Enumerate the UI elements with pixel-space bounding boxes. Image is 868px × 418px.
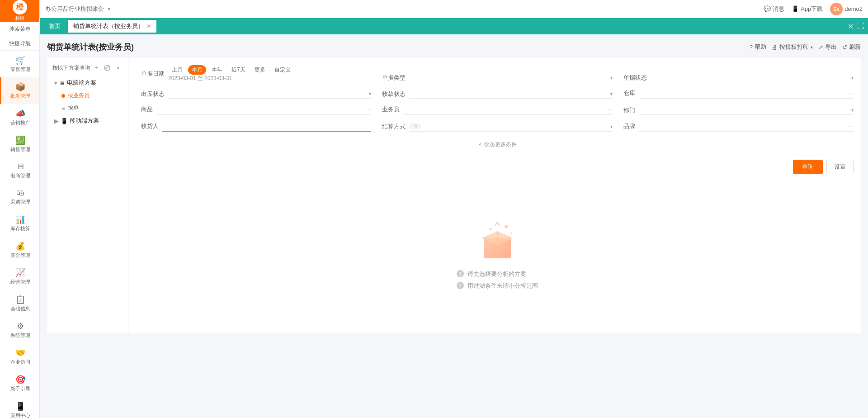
sidebar-item-sales-label: 销售管理: [10, 146, 30, 153]
settlement-dropdown-icon[interactable]: ▾: [610, 124, 613, 129]
sales-icon: 💹: [15, 135, 25, 145]
app-download-label: App下载: [801, 5, 823, 13]
sidebar-item-wholesale[interactable]: 📦 批发管理: [0, 77, 39, 104]
sidebar-item-system[interactable]: ⚙ 系统管理: [0, 317, 39, 343]
print-btn[interactable]: 🖨 按模板打印 ▾: [772, 43, 813, 51]
tab-sales-stat[interactable]: 销货单统计表（按业务员） ✕: [68, 20, 156, 33]
warehouse-label: 仓库: [623, 89, 635, 97]
tab-home-label: 首页: [49, 22, 61, 30]
sidebar-item-newguide-label: 新手引导: [10, 385, 30, 392]
sidebar-item-enterprise[interactable]: 🤝 企业协同: [0, 343, 39, 370]
sidebar-item-newguide[interactable]: 🎯 新手引导: [0, 370, 39, 397]
sidebar-logo[interactable]: 橙 标橙: [0, 0, 40, 22]
export-label: 导出: [825, 43, 837, 51]
warehouse-input[interactable]: ···: [639, 88, 854, 99]
salesperson-input[interactable]: ···: [403, 104, 612, 115]
sidebar-item-base[interactable]: 📋 基础信息: [0, 290, 39, 317]
inventory-icon: 📊: [15, 214, 25, 224]
sidebar-item-finance[interactable]: 💰 资金管理: [0, 237, 39, 263]
scheme-category-desktop[interactable]: ▾ 🖥 电脑端方案: [51, 76, 124, 90]
logo-text: 标橙: [15, 15, 24, 22]
sidebar-item-sales[interactable]: 💹 销售管理: [0, 131, 39, 157]
empty-svg: [470, 218, 524, 263]
brand-label: 品牌: [623, 122, 635, 130]
page-content: 销货单统计表(按业务员) ? 帮助 🖨 按模板打印 ▾ ↗ 导出 ↺ 刷新: [40, 34, 868, 418]
sidebar-search-nav[interactable]: 搜索菜单: [0, 22, 39, 37]
receiver-input[interactable]: ···: [162, 120, 371, 132]
date-filter-control: 上月 本月 本年 近7天 更多 自定义 2023-03-01 至 2023-03…: [168, 65, 371, 82]
panel-edit-btn[interactable]: [103, 63, 112, 72]
search-menu-label[interactable]: 搜索菜单: [9, 26, 31, 32]
date-tab-thisyear[interactable]: 本年: [208, 65, 226, 75]
receiver-text-input[interactable]: [162, 123, 366, 129]
sidebar-item-inventory[interactable]: 📊 库存核算: [0, 210, 39, 237]
panel-add-btn[interactable]: +: [92, 63, 101, 72]
doctype-select[interactable]: ▾: [409, 73, 612, 82]
date-tab-lastmonth[interactable]: 上月: [168, 65, 186, 75]
user-menu[interactable]: Ea demo2: [830, 3, 863, 15]
messages-btn[interactable]: 💬 消息: [764, 5, 784, 13]
docstatus-select[interactable]: ▾: [651, 73, 854, 82]
scheme-category-mobile[interactable]: ▶ 📱 移动端方案: [51, 114, 124, 128]
scheme-by-order[interactable]: ≡ 按单: [58, 102, 124, 114]
tab-expand-btn[interactable]: ⛶: [857, 22, 864, 31]
docstatus-dropdown-icon: ▾: [851, 75, 854, 80]
sidebar-item-ecommerce[interactable]: 🖥 电商管理: [0, 157, 39, 184]
filter-salesperson: 业务员 ···: [382, 104, 612, 115]
quick-nav-label[interactable]: 快捷导航: [9, 40, 31, 47]
collapse-btn[interactable]: ∧ 收起更多条件: [478, 141, 516, 148]
filter-brand: 品牌 ···: [623, 121, 854, 132]
wholesale-icon: 📦: [15, 82, 25, 92]
sidebar-item-ecommerce-label: 电商管理: [10, 172, 30, 179]
filter-product: 商品 ···: [141, 104, 371, 115]
tab-close-window-btn[interactable]: ✕: [848, 22, 854, 31]
date-tab-thismonth[interactable]: 本月: [188, 65, 206, 75]
scheme-by-salesperson[interactable]: 按业务员: [58, 90, 124, 102]
refresh-btn[interactable]: ↺ 刷新: [842, 43, 861, 51]
dept-select[interactable]: ▾: [639, 106, 854, 115]
product-dots: ···: [366, 106, 371, 113]
scheme-mobile-arrow: ▶: [54, 118, 59, 124]
svg-point-0: [104, 65, 110, 71]
sidebar-item-purchase[interactable]: 🛍 采购管理: [0, 184, 39, 210]
sidebar-item-operation[interactable]: 📈 经营管理: [0, 263, 39, 290]
sidebar-item-retail[interactable]: 🛒 零售管理: [0, 51, 39, 77]
app-download-btn[interactable]: 📱 App下载: [792, 5, 823, 13]
refresh-label: 刷新: [849, 43, 861, 51]
product-label: 商品: [141, 105, 153, 114]
tab-home[interactable]: 首页: [43, 20, 66, 33]
scheme-mobile-label: 移动端方案: [70, 117, 99, 125]
date-range: 2023-03-01 至 2023-03-31: [168, 75, 371, 82]
enterprise-icon: 🤝: [15, 348, 25, 358]
breadcrumb-text: 办公用品行业模拟账套: [45, 5, 104, 13]
date-tab-more[interactable]: 更多: [251, 65, 269, 75]
sidebar-item-marketing[interactable]: 📣 营销推广: [0, 104, 39, 131]
app-icon: 📱: [792, 5, 799, 12]
filter-date: 单据日期 上月 本月 本年 近7天 更多 自定义 2023-03-01 至 20…: [141, 65, 371, 82]
brand-input[interactable]: ···: [639, 121, 854, 132]
date-tabs: 上月 本月 本年 近7天 更多 自定义: [168, 65, 371, 75]
tab-close-icon[interactable]: ✕: [146, 23, 151, 29]
tabbar-right-actions: ✕ ⛶: [848, 22, 864, 31]
doctype-label: 单据类型: [382, 74, 406, 82]
panel-collapse-btn[interactable]: «: [113, 63, 123, 72]
export-btn[interactable]: ↗ 导出: [818, 43, 837, 51]
help-btn[interactable]: ? 帮助: [750, 43, 766, 51]
date-tab-custom[interactable]: 自定义: [271, 65, 294, 75]
filter-receiver: 收货人 ···: [141, 120, 371, 132]
receiptstatus-select[interactable]: ▾: [409, 90, 612, 99]
settlement-tag-close[interactable]: ×: [415, 124, 417, 129]
sidebar-quick-nav[interactable]: 快捷导航: [0, 37, 39, 51]
sidebar-item-apps[interactable]: 📱 应用中心: [0, 397, 39, 418]
filter-settlement: 结算方式 × ▾: [382, 121, 612, 132]
page-actions: ? 帮助 🖨 按模板打印 ▾ ↗ 导出 ↺ 刷新: [750, 43, 861, 51]
filter-doctype: 单据类型 ▾: [382, 73, 612, 82]
settings-button[interactable]: 设置: [826, 160, 854, 174]
outstatus-select[interactable]: ▾: [168, 90, 371, 99]
product-input[interactable]: ···: [156, 104, 371, 115]
date-tab-7days[interactable]: 近7天: [228, 65, 249, 75]
empty-tip-2: 2 用过滤条件来缩小分析范围: [457, 282, 538, 290]
query-button[interactable]: 查询: [793, 160, 823, 174]
date-label: 单据日期: [141, 70, 165, 78]
breadcrumb-dropdown-icon[interactable]: ▾: [108, 5, 111, 12]
